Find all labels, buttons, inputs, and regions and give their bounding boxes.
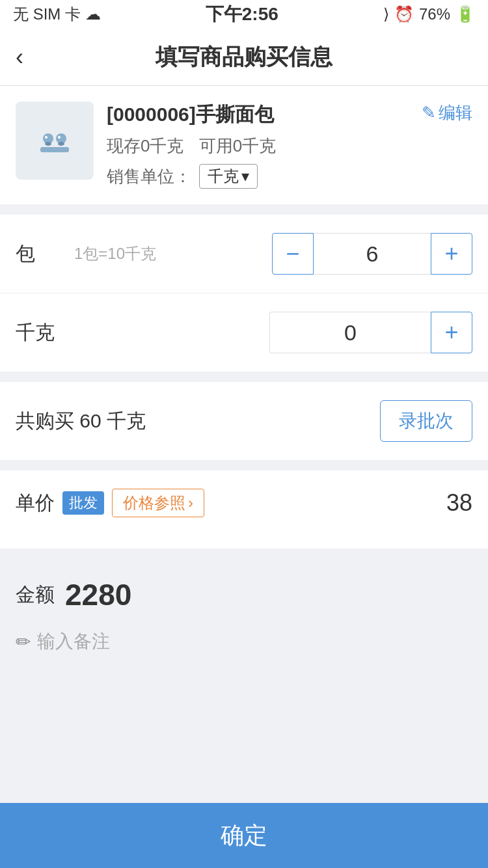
- status-bar: 无 SIM 卡 ☁ 下午2:56 ⟩ ⏰ 76% 🔋: [0, 0, 488, 29]
- price-left: 单价 批发 价格参照 ›: [16, 489, 204, 517]
- amount-row: 金额 2280: [16, 577, 472, 612]
- price-value: 38: [446, 489, 472, 517]
- remark-placeholder: 输入备注: [37, 629, 110, 654]
- amount-label: 金额: [16, 582, 55, 608]
- product-thumbnail: [16, 102, 94, 180]
- summary-section: 共购买 60 千克 录批次: [0, 382, 488, 460]
- bao-input[interactable]: [314, 233, 431, 275]
- price-row: 单价 批发 价格参照 › 38: [16, 489, 472, 517]
- status-right: ⟩ ⏰ 76% 🔋: [383, 5, 475, 23]
- kg-controls: +: [269, 312, 472, 353]
- product-info: [0000006]手撕面包 现存0千克 可用0千克 销售单位： 千克 ▾: [107, 102, 472, 189]
- bao-label: 包: [16, 241, 68, 267]
- chevron-down-icon: ▾: [241, 167, 249, 185]
- kg-plus-button[interactable]: +: [431, 312, 472, 353]
- back-button[interactable]: ‹: [16, 44, 23, 71]
- amount-section: 金额 2280 ✏ 输入备注: [0, 559, 488, 660]
- bao-input-row: 包 1包=10千克 − +: [0, 215, 488, 293]
- confirm-bar[interactable]: 确定: [0, 803, 488, 868]
- unit-selector[interactable]: 千克 ▾: [199, 164, 258, 189]
- status-left: 无 SIM 卡 ☁: [13, 4, 101, 25]
- remark-row[interactable]: ✏ 输入备注: [16, 623, 472, 660]
- edit-button[interactable]: ✎ 编辑: [422, 102, 472, 124]
- svg-rect-6: [40, 147, 69, 152]
- svg-point-5: [58, 136, 61, 139]
- alarm-icon: ⏰: [394, 5, 414, 23]
- svg-point-2: [45, 142, 51, 146]
- bao-controls: − +: [272, 233, 472, 275]
- bottom-spacer: [0, 660, 488, 739]
- chevron-right-icon: ›: [188, 494, 193, 512]
- product-name: [0000006]手撕面包: [107, 102, 472, 128]
- battery-icon: 🔋: [455, 5, 475, 23]
- bao-plus-button[interactable]: +: [431, 233, 472, 275]
- product-card: [0000006]手撕面包 现存0千克 可用0千克 销售单位： 千克 ▾ ✎ 编…: [0, 86, 488, 204]
- location-icon: ⟩: [383, 5, 389, 23]
- kg-input[interactable]: [269, 312, 431, 353]
- nav-bar: ‹ 填写商品购买信息: [0, 29, 488, 86]
- price-section: 单价 批发 价格参照 › 38: [0, 470, 488, 549]
- svg-point-4: [45, 136, 47, 139]
- kg-label: 千克: [16, 319, 68, 346]
- confirm-label: 确定: [221, 820, 267, 852]
- price-ref-button[interactable]: 价格参照 ›: [112, 489, 204, 517]
- kg-input-row: 千克 +: [0, 293, 488, 372]
- pifa-badge: 批发: [62, 491, 104, 515]
- pencil-icon: ✏: [16, 631, 31, 653]
- bao-hint: 1包=10千克: [74, 243, 272, 264]
- sim-status: 无 SIM 卡 ☁: [13, 4, 101, 25]
- price-label: 单价: [16, 490, 55, 517]
- edit-icon: ✎: [422, 103, 436, 123]
- nav-title: 填写商品购买信息: [156, 42, 332, 72]
- status-time: 下午2:56: [206, 2, 278, 27]
- summary-text: 共购买 60 千克: [16, 408, 146, 435]
- bao-minus-button[interactable]: −: [272, 233, 314, 275]
- svg-point-3: [58, 142, 64, 146]
- amount-value: 2280: [65, 577, 131, 612]
- batch-button[interactable]: 录批次: [380, 400, 472, 442]
- battery-level: 76%: [419, 5, 450, 23]
- input-section: 包 1包=10千克 − + 千克 +: [0, 215, 488, 372]
- product-stock: 现存0千克 可用0千克: [107, 135, 472, 157]
- product-unit-row: 销售单位： 千克 ▾: [107, 164, 472, 189]
